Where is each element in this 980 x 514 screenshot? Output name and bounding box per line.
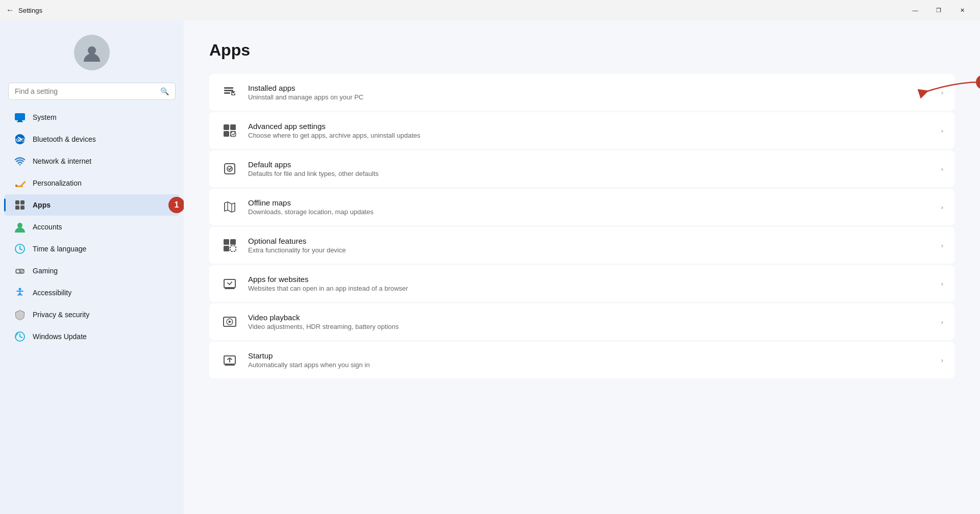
maximize-button[interactable]: ❐ xyxy=(927,0,950,20)
sidebar-item-accounts[interactable]: Accounts xyxy=(4,216,180,238)
svg-rect-37 xyxy=(225,164,235,174)
offline-maps-title: Offline maps xyxy=(248,198,935,207)
svg-rect-26 xyxy=(224,87,233,89)
sidebar-item-update[interactable]: Windows Update xyxy=(4,326,180,347)
settings-item-startup[interactable]: Startup Automatically start apps when yo… xyxy=(209,342,954,378)
optional-features-icon xyxy=(220,236,239,254)
offline-maps-text: Offline maps Downloads, storage location… xyxy=(248,198,935,216)
sidebar-item-label-network: Network & internet xyxy=(33,157,91,165)
window-controls: — ❐ ✕ xyxy=(903,0,974,20)
chevron-right-icon-7: › xyxy=(941,318,943,326)
accounts-icon xyxy=(14,221,26,233)
svg-point-24 xyxy=(19,288,21,291)
window-title: Settings xyxy=(18,7,42,14)
offline-maps-icon xyxy=(220,198,239,216)
startup-desc: Automatically start apps when you sign i… xyxy=(248,361,935,369)
search-container: 🔍 xyxy=(0,79,184,106)
settings-item-video-playback[interactable]: Video playback Video adjustments, HDR st… xyxy=(209,303,954,340)
installed-apps-title: Installed apps xyxy=(248,84,935,92)
svg-rect-28 xyxy=(224,92,230,94)
optional-features-title: Optional features xyxy=(248,237,935,245)
sidebar-item-system[interactable]: System xyxy=(4,107,180,128)
sidebar-item-label-time: Time & language xyxy=(33,245,86,253)
svg-point-38 xyxy=(227,166,232,171)
video-playback-title: Video playback xyxy=(248,313,935,322)
sidebar-item-label-accessibility: Accessibility xyxy=(33,289,71,297)
privacy-icon xyxy=(14,309,26,320)
chevron-right-icon-5: › xyxy=(941,242,943,249)
settings-item-advanced-app[interactable]: Advanced app settings Choose where to ge… xyxy=(209,112,954,149)
offline-maps-desc: Downloads, storage location, map updates xyxy=(248,208,935,216)
chevron-right-icon-3: › xyxy=(941,165,943,173)
sidebar-item-label-update: Windows Update xyxy=(33,332,87,341)
advanced-app-title: Advanced app settings xyxy=(248,122,935,131)
sidebar-item-gaming[interactable]: Gaming xyxy=(4,260,180,281)
main-layout: 🔍 System Bluetooth Bluetooth & devices xyxy=(0,20,980,514)
svg-rect-27 xyxy=(224,90,233,91)
chevron-right-icon-4: › xyxy=(941,203,943,211)
settings-item-apps-websites[interactable]: Apps for websites Websites that can open… xyxy=(209,265,954,302)
page-title: Apps xyxy=(209,41,954,60)
sidebar: 🔍 System Bluetooth Bluetooth & devices xyxy=(0,20,184,514)
installed-apps-icon xyxy=(220,83,239,101)
installed-apps-desc: Uninstall and manage apps on your PC xyxy=(248,93,935,101)
sidebar-item-label-gaming: Gaming xyxy=(33,267,58,275)
svg-rect-11 xyxy=(20,200,24,204)
apps-websites-icon xyxy=(220,274,239,293)
video-playback-desc: Video adjustments, HDR streaming, batter… xyxy=(248,323,935,330)
sidebar-item-accessibility[interactable]: Accessibility xyxy=(4,282,180,303)
network-icon xyxy=(14,156,26,167)
search-input[interactable] xyxy=(15,87,160,95)
svg-point-36 xyxy=(231,132,236,137)
sidebar-item-personalization[interactable]: Personalization xyxy=(4,172,180,194)
chevron-right-icon-6: › xyxy=(941,280,943,288)
search-wrap[interactable]: 🔍 xyxy=(8,83,176,100)
advanced-app-icon xyxy=(220,121,239,140)
startup-title: Startup xyxy=(248,351,935,360)
titlebar: ← Settings — ❐ ✕ xyxy=(0,0,980,20)
svg-point-0 xyxy=(88,46,96,55)
svg-point-30 xyxy=(976,75,980,89)
settings-list: Installed apps Uninstall and manage apps… xyxy=(209,74,954,378)
svg-point-6 xyxy=(19,164,21,166)
sidebar-nav: System Bluetooth Bluetooth & devices Net… xyxy=(0,106,184,514)
sidebar-item-bluetooth[interactable]: Bluetooth Bluetooth & devices xyxy=(4,128,180,150)
back-icon[interactable]: ← xyxy=(6,6,14,15)
settings-item-default-apps[interactable]: Default apps Defaults for file and link … xyxy=(209,150,954,187)
advanced-app-desc: Choose where to get apps, archive apps, … xyxy=(248,132,935,139)
svg-point-22 xyxy=(21,270,22,271)
optional-features-desc: Extra functionality for your device xyxy=(248,246,935,254)
svg-rect-43 xyxy=(224,246,229,251)
settings-item-installed-apps[interactable]: Installed apps Uninstall and manage apps… xyxy=(209,74,954,111)
settings-item-optional-features[interactable]: Optional features Extra functionality fo… xyxy=(209,227,954,264)
update-icon xyxy=(14,331,26,342)
optional-features-text: Optional features Extra functionality fo… xyxy=(248,237,935,254)
svg-line-18 xyxy=(20,249,22,250)
svg-rect-13 xyxy=(20,205,24,210)
video-playback-text: Video playback Video adjustments, HDR st… xyxy=(248,313,935,330)
user-profile[interactable] xyxy=(0,24,184,79)
svg-text:Bluetooth: Bluetooth xyxy=(14,136,26,143)
installed-apps-text: Installed apps Uninstall and manage apps… xyxy=(248,84,935,101)
svg-rect-12 xyxy=(15,205,19,210)
sidebar-item-apps[interactable]: Apps 1 xyxy=(4,194,180,216)
chevron-right-icon-8: › xyxy=(941,356,943,364)
settings-item-offline-maps[interactable]: Offline maps Downloads, storage location… xyxy=(209,189,954,225)
svg-rect-3 xyxy=(17,121,23,122)
sidebar-item-privacy[interactable]: Privacy & security xyxy=(4,304,180,325)
svg-marker-48 xyxy=(229,320,232,323)
sidebar-item-label-system: System xyxy=(33,113,57,121)
minimize-button[interactable]: — xyxy=(903,0,927,20)
default-apps-desc: Defaults for file and link types, other … xyxy=(248,170,935,177)
svg-rect-44 xyxy=(230,246,236,251)
apps-icon xyxy=(14,199,26,211)
sidebar-item-network[interactable]: Network & internet xyxy=(4,150,180,172)
sidebar-item-time[interactable]: Time & language xyxy=(4,238,180,260)
svg-rect-1 xyxy=(15,113,25,120)
search-icon: 🔍 xyxy=(160,87,169,95)
close-button[interactable]: ✕ xyxy=(950,0,974,20)
svg-rect-45 xyxy=(224,279,235,288)
content-area: Apps Installed apps Uninstall and manage… xyxy=(184,20,980,514)
svg-rect-42 xyxy=(230,239,236,245)
chevron-right-icon-2: › xyxy=(941,127,943,135)
